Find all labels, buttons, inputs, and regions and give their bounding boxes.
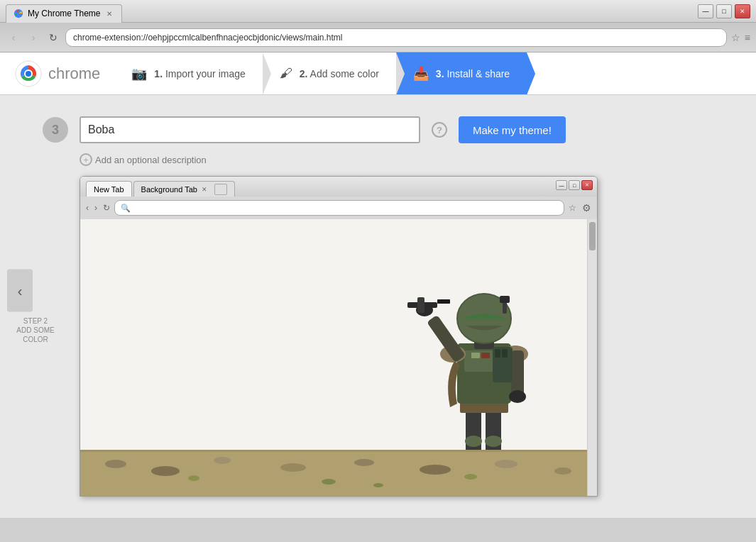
preview-search-icon: 🔍 (121, 204, 131, 213)
address-icons: ☆ ≡ (731, 32, 750, 43)
svg-point-3 (26, 71, 31, 77)
scrollbar-thumb[interactable] (589, 222, 596, 250)
minimize-icon: — (703, 8, 709, 15)
left-chevron-icon: ‹ (18, 282, 23, 299)
plus-circle-icon: + (80, 153, 92, 166)
svg-point-38 (354, 459, 374, 466)
svg-point-40 (495, 460, 517, 468)
maximize-icon: □ (722, 8, 725, 15)
steps-nav: chrome 📷 1. Import your image 🖌 2. Add s… (0, 52, 756, 95)
address-bar: ‹ › ↻ chrome-extension://oehpjpccmlcalbe… (0, 23, 756, 52)
bookmark-icon[interactable]: ☆ (731, 32, 740, 43)
chrome-logo-icon (14, 60, 43, 88)
svg-rect-18 (511, 350, 524, 397)
preview-menu-btn[interactable]: ⚙ (581, 202, 593, 214)
preview-reload-btn[interactable]: ↻ (102, 203, 111, 213)
help-icon[interactable]: ? (432, 122, 447, 138)
ground-area (80, 450, 597, 496)
svg-point-36 (214, 457, 231, 464)
svg-point-35 (151, 466, 180, 476)
step3-header: 3 ? Make my theme! (43, 116, 713, 143)
svg-point-45 (373, 483, 383, 487)
svg-point-8 (465, 436, 482, 447)
scrollbar[interactable] (587, 219, 597, 496)
svg-point-9 (485, 436, 502, 447)
preview-tab1[interactable]: New Tab (86, 181, 132, 197)
active-tab[interactable]: My Chrome Theme ✕ (6, 4, 122, 23)
step3-nav[interactable]: 📥 3. Install & share (396, 52, 527, 94)
back-step-area: ‹ STEP 2 ADD SOME COLOR (7, 270, 64, 344)
maximize-btn[interactable]: □ (716, 4, 732, 18)
svg-point-34 (105, 460, 126, 468)
menu-icon[interactable]: ≡ (745, 32, 750, 43)
minimize-btn[interactable]: — (698, 4, 713, 18)
step1-nav[interactable]: 📷 1. Import your image (114, 52, 262, 94)
preview-back-btn[interactable]: ‹ (84, 203, 90, 213)
preview-maximize-icon: □ (573, 183, 576, 188)
preview-maximize-btn[interactable]: □ (569, 180, 580, 190)
step2-nav[interactable]: 🖌 2. Add some color (263, 52, 396, 94)
back-btn[interactable]: ‹ (6, 30, 21, 45)
close-icon: ✕ (740, 8, 745, 15)
svg-point-37 (280, 463, 306, 472)
download-icon: 📥 (413, 66, 429, 82)
step3-label: 3. Install & share (436, 68, 510, 79)
preview-forward-btn[interactable]: › (93, 203, 99, 213)
svg-rect-31 (502, 349, 508, 358)
close-btn[interactable]: ✕ (735, 4, 750, 18)
svg-rect-23 (437, 299, 450, 304)
svg-rect-33 (80, 450, 597, 452)
step3-area: 3 ? Make my theme! + Add an optional des… (43, 116, 713, 497)
svg-point-39 (420, 465, 451, 475)
preview-star-icon[interactable]: ☆ (567, 203, 578, 213)
main-content: ‹ STEP 2 ADD SOME COLOR 3 ? Make my them… (0, 95, 756, 518)
tab-favicon (13, 9, 23, 18)
tab-area: My Chrome Theme ✕ (6, 0, 122, 23)
forward-btn[interactable]: › (26, 30, 41, 45)
title-bar: My Chrome Theme ✕ — □ ✕ (0, 0, 756, 23)
url-text: chrome-extension://oehpjpccmlcalbenfhnac… (73, 33, 343, 43)
preview-tab1-label: New Tab (94, 185, 124, 194)
preview-tab2-close[interactable]: ✕ (202, 186, 207, 193)
svg-rect-28 (500, 296, 510, 303)
svg-point-43 (322, 479, 336, 485)
preview-tab2-label: Background Tab (141, 185, 197, 194)
step-number-badge: 3 (43, 117, 68, 143)
step1-label: 1. Import your image (154, 68, 245, 79)
step2-label: 2. Add some color (300, 68, 379, 79)
svg-point-42 (188, 475, 199, 481)
preview-tab2[interactable]: Background Tab ✕ (133, 181, 235, 197)
title-bar-left: My Chrome Theme ✕ (6, 0, 122, 23)
preview-titlebar: New Tab Background Tab ✕ — □ ✕ (80, 177, 597, 197)
preview-window: New Tab Background Tab ✕ — □ ✕ (80, 176, 598, 497)
chrome-brand-text: chrome (48, 65, 100, 83)
preview-url-box[interactable]: 🔍 (114, 200, 564, 216)
tab-close-btn[interactable]: ✕ (104, 9, 114, 18)
back-step-name: ADD SOME COLOR (7, 326, 64, 344)
theme-name-input[interactable] (80, 116, 420, 143)
svg-rect-30 (495, 349, 500, 358)
chrome-logo-area: chrome (0, 52, 114, 94)
back-step-number: STEP 2 (7, 316, 64, 326)
window-controls: — □ ✕ (698, 4, 750, 18)
preview-minimize-btn[interactable]: — (556, 180, 567, 190)
add-description-row[interactable]: + Add an optional description (80, 153, 713, 166)
preview-content (80, 219, 597, 496)
svg-rect-22 (417, 297, 424, 313)
paint-icon: 🖌 (280, 66, 292, 81)
svg-point-20 (509, 390, 526, 403)
add-description-label: Add an optional description (95, 155, 207, 165)
camera-icon: 📷 (131, 66, 147, 82)
tab-label: My Chrome Theme (28, 9, 100, 18)
reload-btn[interactable]: ↻ (45, 30, 61, 45)
preview-win-controls: — □ ✕ (556, 180, 593, 190)
back-arrow-btn[interactable]: ‹ (7, 270, 33, 312)
preview-addressbar: ‹ › ↻ 🔍 ☆ ⚙ (80, 197, 597, 219)
make-theme-button[interactable]: Make my theme! (459, 116, 566, 143)
address-input-wrapper[interactable]: chrome-extension://oehpjpccmlcalbenfhnac… (65, 28, 727, 47)
ground-debris (80, 450, 597, 496)
svg-rect-14 (481, 353, 490, 358)
preview-close-icon: ✕ (585, 182, 589, 188)
svg-point-41 (554, 468, 571, 475)
preview-close-btn[interactable]: ✕ (581, 180, 593, 190)
